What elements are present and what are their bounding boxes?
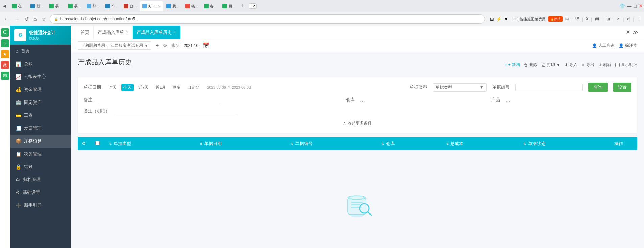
date-btn-7days[interactable]: 近7天	[136, 84, 151, 91]
print-dropdown-icon[interactable]: ▼	[556, 63, 560, 67]
chanjet-app-icon[interactable]: C	[1, 28, 9, 37]
tab-t1[interactable]: 在...	[9, 1, 27, 11]
tab-t5[interactable]: 好...	[84, 1, 102, 11]
settings-btn[interactable]: 设置	[613, 83, 631, 92]
date-btn-more[interactable]: 更多	[170, 84, 183, 91]
bookmark-button[interactable]: ☆	[40, 15, 48, 24]
sidebar-item-cloud-report[interactable]: 📈 云报表中心	[10, 70, 71, 83]
sidebar-item-archive-mgmt[interactable]: 🗂 归档管理	[10, 173, 71, 186]
tab-t8[interactable]: 好... ✕	[140, 1, 163, 11]
home-button[interactable]: ⌂	[32, 15, 38, 23]
weibo-app-icon[interactable]: 微	[1, 61, 9, 69]
new-tab-button[interactable]: +	[238, 3, 247, 10]
sidebar-item-tax-mgmt[interactable]: 📋 税务管理	[10, 148, 71, 160]
maximize-button[interactable]: □	[634, 3, 637, 9]
reload-button[interactable]: ↺	[23, 15, 30, 24]
home-app-icon[interactable]: ⌂	[1, 39, 9, 47]
browser-back-icon[interactable]: ◀	[1, 3, 7, 9]
refresh-button[interactable]: ↺ 刷新	[598, 61, 611, 68]
sidebar-item-invoice-mgmt[interactable]: 🧾 发票管理	[10, 122, 71, 135]
sidebar-item-new-entry[interactable]: ➕ 新手引导	[10, 199, 71, 212]
doc-type-select[interactable]: 单据类型 ▼	[433, 83, 487, 92]
sidebar-item-inventory[interactable]: 📦 库存核算	[10, 135, 71, 148]
gamepad-btn[interactable]: 🎮	[595, 17, 600, 21]
th-doc-num[interactable]: ⇅ 单据编号	[286, 137, 377, 150]
sidebar-item-salary[interactable]: 💳 工资	[10, 109, 71, 122]
tab-t12[interactable]: 目...	[220, 1, 238, 11]
date-btn-yesterday[interactable]: 昨天	[106, 84, 119, 91]
tab-product-list[interactable]: 产成品入库单 ×	[94, 26, 133, 39]
th-settings[interactable]: ⚙	[78, 137, 91, 150]
company-settings-icon[interactable]: ⚙	[163, 42, 167, 49]
print-button[interactable]: 🖨 打印 ▼	[542, 61, 560, 68]
sidebar-item-fixed-assets[interactable]: 🏢 固定资产	[10, 96, 71, 109]
sidebar-item-fund-mgmt[interactable]: 💰 资金管理	[10, 83, 71, 96]
tab-product-history[interactable]: 产成品入库单历史 ×	[133, 26, 180, 39]
back-button[interactable]: ←	[3, 15, 11, 23]
layout-btn[interactable]: ⊞	[606, 17, 610, 21]
tab-t3[interactable]: 易...	[46, 1, 65, 11]
panel-expand-icon[interactable]: ≫	[633, 29, 639, 36]
display-detail-checkbox[interactable]	[615, 63, 620, 67]
import-button[interactable]: ⬇ 导入	[565, 61, 577, 68]
translate-btn[interactable]: 译	[575, 16, 579, 22]
note-input[interactable]	[98, 96, 219, 103]
th-checkbox[interactable]	[91, 137, 105, 150]
product-picker[interactable]: ...	[505, 96, 510, 103]
th-total-cost[interactable]: ⇅ 总成本	[442, 137, 520, 150]
url-bar[interactable]: 🔒 https://cloud.chanjet.com/accounting/u…	[50, 14, 485, 24]
select-all-checkbox[interactable]	[95, 141, 100, 145]
lightning-icon[interactable]: ⚡	[496, 16, 502, 22]
th-doc-status[interactable]: ⇅ 单据状态	[519, 137, 610, 150]
th-doc-date[interactable]: ⇅ 单据日期	[196, 137, 287, 150]
note-detail-input[interactable]	[115, 107, 237, 114]
dropdown-arrow[interactable]: ▼	[504, 16, 508, 22]
grid-icon[interactable]: ⊞	[490, 16, 494, 22]
tab-close-t8[interactable]: ✕	[158, 4, 161, 8]
delete-button[interactable]: 🗑 删除	[524, 61, 538, 68]
tab-t2[interactable]: 新...	[28, 1, 46, 11]
close-history-tab[interactable]: ×	[174, 30, 176, 35]
consult-button[interactable]: 👤 人工咨询	[592, 43, 615, 48]
new-button[interactable]: + + 新增	[505, 61, 520, 68]
date-btn-custom[interactable]: 自定义	[185, 84, 201, 91]
tab-t4[interactable]: 易...	[65, 1, 84, 11]
tab-t11[interactable]: 各...	[201, 1, 219, 11]
more-btn[interactable]: ⋮	[637, 16, 641, 22]
panel-close-icon[interactable]: ✕	[626, 29, 630, 36]
warehouse-picker[interactable]: ...	[360, 96, 365, 103]
export-button[interactable]: ⬆ 导出	[581, 61, 594, 68]
yuan-btn[interactable]: ¥	[586, 17, 588, 21]
query-button[interactable]: 查询	[588, 83, 608, 92]
sidebar-item-closing[interactable]: 🔒 结账	[10, 160, 71, 173]
user-info[interactable]: 👤 徐泽华	[619, 43, 637, 48]
collapse-button[interactable]: ∧ 收起更多条件	[343, 120, 372, 126]
close-list-tab[interactable]: ×	[126, 30, 128, 35]
date-btn-today[interactable]: 今天	[121, 84, 134, 91]
forward-button[interactable]: →	[13, 15, 21, 23]
th-doc-type[interactable]: ⇅ 单据类型	[105, 137, 196, 150]
company-selector[interactable]: （勿删勿禁用） 江西服宝测试专用 ▼	[78, 41, 151, 50]
sidebar-item-general-ledger[interactable]: 📊 总账	[10, 58, 71, 70]
tab-t9[interactable]: 腾...	[164, 1, 182, 11]
tab-t6[interactable]: 个...	[102, 1, 121, 11]
breadcrumb-home[interactable]: 首页	[76, 26, 94, 39]
mail-app-icon[interactable]: ✉	[1, 72, 9, 80]
undo-btn[interactable]: ↺	[627, 17, 630, 21]
tab-t7[interactable]: 企...	[121, 1, 139, 11]
close-window-button[interactable]: ✕	[639, 3, 643, 9]
doc-num-input[interactable]	[515, 84, 583, 91]
star-app-icon[interactable]: ★	[1, 50, 9, 58]
minimize-button[interactable]: —	[627, 3, 632, 9]
th-warehouse[interactable]: ⇅ 仓库	[377, 137, 442, 150]
tab-t10[interactable]: 畅...	[183, 1, 201, 11]
search-label[interactable]: 360智能抠图免费用	[513, 17, 545, 22]
shirt-icon[interactable]: 👕	[619, 3, 625, 9]
add-company-btn[interactable]: +	[156, 43, 159, 49]
scissors-icon[interactable]: ✂	[565, 17, 569, 22]
calendar-icon[interactable]: 📅	[202, 42, 209, 49]
sun-btn[interactable]: ☀	[616, 17, 620, 21]
date-btn-1month[interactable]: 近1月	[153, 84, 168, 91]
sidebar-item-home[interactable]: ⌂ 首页	[10, 45, 71, 58]
sidebar-item-basic-settings[interactable]: ⚙ 基础设置	[10, 186, 71, 199]
